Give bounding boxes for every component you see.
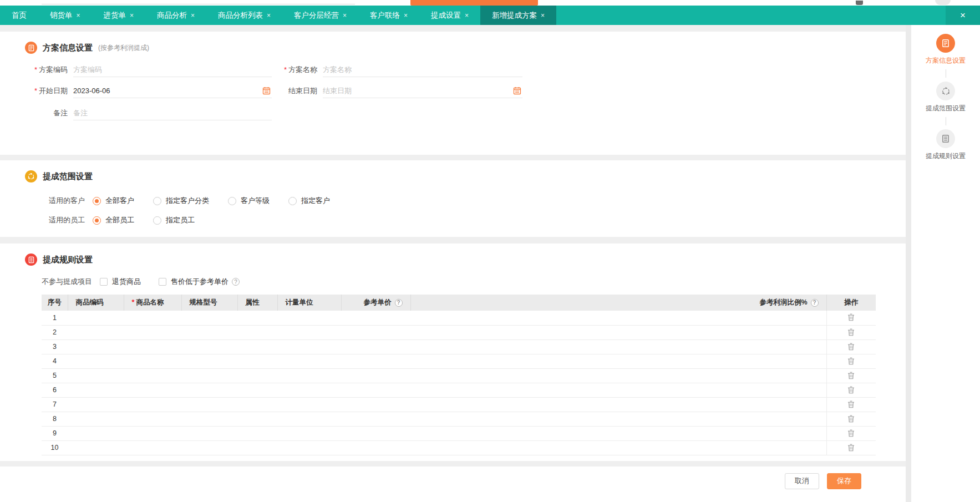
tab-item[interactable]: 新增提成方案× [480, 6, 556, 25]
table-cell[interactable] [237, 354, 277, 368]
table-cell[interactable] [124, 354, 181, 368]
table-cell[interactable] [68, 383, 124, 397]
table-cell[interactable] [410, 397, 826, 412]
cancel-button[interactable]: 取消 [785, 473, 819, 489]
table-cell[interactable] [181, 368, 237, 383]
delete-row-button[interactable] [845, 443, 857, 453]
checkbox-icon[interactable] [100, 278, 108, 286]
save-button[interactable]: 保存 [827, 473, 861, 489]
table-cell[interactable] [410, 440, 826, 455]
plan-code-field[interactable] [73, 63, 272, 77]
table-cell[interactable] [277, 354, 341, 368]
delete-row-button[interactable] [845, 356, 857, 366]
table-cell[interactable] [237, 440, 277, 455]
table-cell[interactable] [68, 368, 124, 383]
anchor-label[interactable]: 方案信息设置 [926, 56, 966, 65]
table-cell[interactable] [237, 339, 277, 354]
end-date-field[interactable] [323, 84, 522, 98]
table-cell[interactable] [181, 440, 237, 455]
anchor-item[interactable]: 提成范围设置 [926, 82, 966, 113]
table-cell[interactable] [237, 412, 277, 426]
table-cell[interactable] [341, 412, 410, 426]
table-cell[interactable] [181, 354, 237, 368]
help-icon[interactable]: ? [395, 299, 403, 307]
table-cell[interactable] [410, 311, 826, 325]
radio-icon[interactable] [93, 216, 101, 225]
tab-close-icon[interactable]: × [267, 12, 271, 19]
table-cell[interactable] [181, 397, 237, 412]
table-cell[interactable] [341, 325, 410, 339]
radio-option[interactable]: 指定客户分类 [153, 196, 209, 206]
table-cell[interactable] [124, 325, 181, 339]
table-cell[interactable] [410, 383, 826, 397]
table-cell[interactable] [68, 426, 124, 440]
table-cell[interactable] [410, 426, 826, 440]
radio-option[interactable]: 全部员工 [93, 215, 134, 225]
table-cell[interactable] [277, 397, 341, 412]
table-cell[interactable] [68, 339, 124, 354]
table-cell[interactable] [277, 311, 341, 325]
tab-item[interactable]: 提成设置× [419, 6, 480, 25]
delete-row-button[interactable] [845, 327, 857, 337]
delete-row-button[interactable] [845, 312, 857, 322]
table-cell[interactable] [181, 383, 237, 397]
radio-option[interactable]: 全部客户 [93, 196, 134, 206]
table-cell[interactable] [181, 426, 237, 440]
table-cell[interactable] [68, 397, 124, 412]
table-cell[interactable] [277, 368, 341, 383]
table-cell[interactable] [124, 339, 181, 354]
delete-row-button[interactable] [845, 371, 857, 381]
plan-name-field[interactable] [323, 63, 522, 77]
delete-row-button[interactable] [845, 385, 857, 395]
table-cell[interactable] [124, 412, 181, 426]
table-cell[interactable] [341, 426, 410, 440]
table-cell[interactable] [410, 339, 826, 354]
start-date-field[interactable] [73, 84, 272, 98]
end-date-input[interactable] [323, 84, 522, 98]
table-cell[interactable] [237, 368, 277, 383]
tab-item[interactable]: 商品分析× [145, 6, 206, 25]
tab-close-icon[interactable]: × [541, 12, 545, 19]
table-cell[interactable] [237, 397, 277, 412]
anchor-label[interactable]: 提成范围设置 [926, 104, 966, 113]
remark-field[interactable] [73, 106, 272, 120]
checkbox-icon[interactable] [159, 278, 166, 286]
delete-row-button[interactable] [845, 414, 857, 424]
tab-close-icon[interactable]: × [465, 12, 469, 19]
table-cell[interactable] [124, 368, 181, 383]
help-icon[interactable]: ? [232, 278, 240, 286]
tab-item[interactable]: 销货单× [38, 6, 92, 25]
table-cell[interactable] [237, 325, 277, 339]
table-cell[interactable] [181, 325, 237, 339]
table-cell[interactable] [181, 311, 237, 325]
table-cell[interactable] [124, 426, 181, 440]
table-cell[interactable] [68, 325, 124, 339]
document-icon[interactable] [936, 34, 955, 53]
table-cell[interactable] [277, 383, 341, 397]
table-cell[interactable] [341, 354, 410, 368]
calendar-icon[interactable] [513, 87, 521, 95]
table-cell[interactable] [277, 339, 341, 354]
tab-close-icon[interactable]: × [77, 12, 80, 19]
tab-item[interactable]: 商品分析列表× [206, 6, 282, 25]
tab-close-icon[interactable]: × [404, 12, 408, 19]
delete-row-button[interactable] [845, 428, 857, 438]
table-cell[interactable] [341, 311, 410, 325]
table-cell[interactable] [237, 311, 277, 325]
anchor-item[interactable]: 方案信息设置 [926, 34, 966, 65]
table-cell[interactable] [181, 339, 237, 354]
partial-orange-button[interactable] [410, 0, 538, 6]
table-cell[interactable] [237, 426, 277, 440]
table-cell[interactable] [341, 339, 410, 354]
table-cell[interactable] [124, 397, 181, 412]
table-cell[interactable] [68, 354, 124, 368]
table-cell[interactable] [410, 354, 826, 368]
table-cell[interactable] [124, 440, 181, 455]
tab-close-icon[interactable]: × [343, 12, 347, 19]
radio-icon[interactable] [153, 197, 161, 205]
delete-row-button[interactable] [845, 399, 857, 409]
tab-close-icon[interactable]: × [191, 12, 195, 19]
anchor-label[interactable]: 提成规则设置 [926, 151, 966, 161]
table-cell[interactable] [277, 426, 341, 440]
radio-icon[interactable] [288, 197, 297, 205]
